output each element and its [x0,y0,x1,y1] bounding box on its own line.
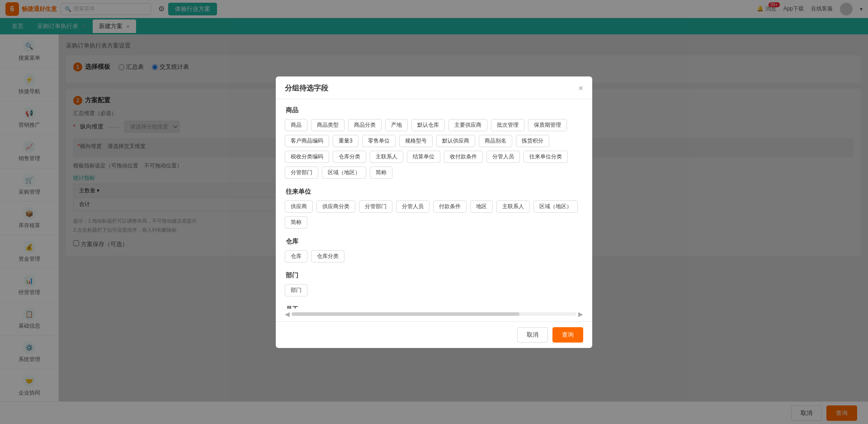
field-manager2[interactable]: 分管人员 [396,200,429,213]
section-partners: 往来单位 供应商 供应商分类 分管部门 分管人员 付款条件 地区 主联系人 区域… [285,188,583,229]
modal-body: 商品 商品 商品类型 商品分类 产地 默认仓库 主要供应商 批次管理 保质期管理… [276,99,592,309]
modal-scrollbar-thumb [292,312,519,316]
field-goods[interactable]: 商品 [285,119,307,131]
section-warehouse-fields: 仓库 仓库分类 [285,250,583,262]
modal-title: 分组待选字段 [285,84,328,93]
modal-footer: 取消 查询 [276,321,592,348]
field-dept[interactable]: 部门 [285,284,307,296]
section-partners-fields: 供应商 供应商分类 分管部门 分管人员 付款条件 地区 主联系人 区域（地区） … [285,200,583,229]
section-goods-title: 商品 [285,106,583,114]
field-expiry[interactable]: 保质期管理 [528,119,567,131]
field-warehouse[interactable]: 仓库 [285,250,307,262]
field-warehouse-cat[interactable]: 仓库分类 [311,250,344,262]
modal-header: 分组待选字段 × [276,76,592,99]
cancel-button[interactable]: 取消 [517,327,548,343]
field-payment-terms2[interactable]: 付款条件 [433,200,467,213]
modal-overlay: 分组待选字段 × 商品 商品 商品类型 商品分类 产地 默认仓库 主要供应商 批… [0,0,868,424]
field-goods-category[interactable]: 商品分类 [348,119,382,131]
field-region2[interactable]: 区域（地区） [533,200,578,213]
field-manager[interactable]: 分管人员 [486,151,520,163]
field-pick-points[interactable]: 拣货积分 [516,135,549,147]
field-settle-unit[interactable]: 结算单位 [407,151,440,163]
field-main-contact[interactable]: 主联系人 [370,151,403,163]
field-goods-alias[interactable]: 商品别名 [479,135,512,147]
field-spec[interactable]: 规格型号 [399,135,433,147]
field-retail-unit[interactable]: 零售单位 [362,135,396,147]
field-manage-dept[interactable]: 分管部门 [285,167,318,179]
field-weight[interactable]: 重量3 [333,135,359,147]
field-main-supplier[interactable]: 主要供应商 [448,119,487,131]
field-short-name2[interactable]: 简称 [285,216,307,229]
scroll-right-btn[interactable]: ▶ [578,310,583,318]
modal-scrollbar-area: ◀ ▶ [276,309,592,321]
section-warehouse: 仓库 仓库 仓库分类 [285,238,583,262]
field-tax-code[interactable]: 税收分类编码 [285,151,329,163]
field-short-name[interactable]: 简称 [370,167,392,179]
field-goods-type[interactable]: 商品类型 [311,119,344,131]
field-default-warehouse[interactable]: 默认仓库 [411,119,445,131]
field-customer-code[interactable]: 客户商品编码 [285,135,329,147]
section-dept: 部门 部门 [285,272,583,296]
field-manage-dept2[interactable]: 分管部门 [359,200,392,213]
modal-scrollbar[interactable] [292,312,576,316]
field-warehouse-category[interactable]: 仓库分类 [333,151,366,163]
field-default-supplier[interactable]: 默认供应商 [436,135,475,147]
field-supplier-category[interactable]: 供应商分类 [316,200,355,213]
section-employee: 员工 业务员 [285,305,583,309]
scroll-left-btn[interactable]: ◀ [285,310,290,318]
section-goods: 商品 商品 商品类型 商品分类 产地 默认仓库 主要供应商 批次管理 保质期管理… [285,106,583,179]
section-dept-fields: 部门 [285,284,583,296]
section-employee-title: 员工 [285,305,583,309]
field-origin[interactable]: 产地 [385,119,408,131]
section-goods-fields: 商品 商品类型 商品分类 产地 默认仓库 主要供应商 批次管理 保质期管理 客户… [285,119,583,179]
field-partner-category[interactable]: 往来单位分类 [524,151,568,163]
modal-dialog: 分组待选字段 × 商品 商品 商品类型 商品分类 产地 默认仓库 主要供应商 批… [276,76,592,348]
section-partners-title: 往来单位 [285,188,583,196]
field-region[interactable]: 区域（地区） [322,167,366,179]
field-payment-terms[interactable]: 收付款条件 [444,151,483,163]
field-main-contact2[interactable]: 主联系人 [496,200,530,213]
section-dept-title: 部门 [285,272,583,280]
modal-close-button[interactable]: × [578,84,583,92]
field-supplier[interactable]: 供应商 [285,200,313,213]
section-warehouse-title: 仓库 [285,238,583,246]
field-area[interactable]: 地区 [470,200,493,213]
field-batch[interactable]: 批次管理 [491,119,524,131]
confirm-button[interactable]: 查询 [552,327,583,343]
